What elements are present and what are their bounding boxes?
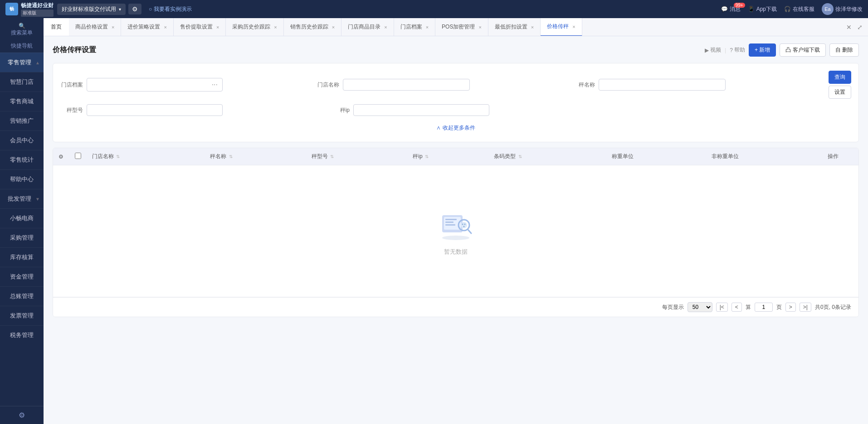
empty-cell: 暂无数据 [53,165,858,297]
scale-name-label: 秤名称 [572,81,595,89]
th-store-name: 门店名称 ⇅ [87,148,205,165]
topbar-settings-button[interactable]: ⚙ [128,4,141,14]
sidebar-item-xiaochang[interactable]: 小畅电商 [0,208,44,228]
tab-sale-price[interactable]: 售价提取设置 × [174,18,226,36]
collapse-button[interactable]: ∧ 收起更多条件 [60,121,851,135]
tab-pos-manage[interactable]: POS加密管理 × [435,18,488,36]
pagination-bar: 每页显示 50 10 20 100 |< < 算 页 > >| [53,297,858,317]
sidebar-bottom: ⚙ [0,406,44,424]
next-page-button[interactable]: > [785,303,796,312]
user-menu[interactable]: Ea 徐泽华修改 [822,3,863,15]
sidebar-settings-button[interactable]: ⚙ [19,411,25,419]
close-window-button[interactable]: ✕ [844,23,853,32]
demo-link[interactable]: ○ 我要看实例演示 [149,5,192,13]
tab-controls: ✕ ⤢ [841,23,868,32]
tab-min-discount[interactable]: 最低折扣设置 × [488,18,541,36]
setting-label: 设置 [834,88,845,96]
logo-icon: 畅 [5,3,18,15]
message-icon: 💬 [721,6,728,12]
message-button[interactable]: 💬 消息 99+ [721,5,741,13]
sidebar-item-label: 小畅电商 [4,214,40,222]
scale-name-input[interactable] [599,79,726,91]
sidebar-item-finance[interactable]: 资金管理 [0,267,44,286]
download-button[interactable]: 凸 客户端下载 [780,43,825,57]
per-page-select[interactable]: 50 10 20 100 [688,302,712,312]
tab-product-price[interactable]: 商品价格设置 × [69,18,121,36]
app-download-button[interactable]: 📱 App下载 [748,5,777,13]
page-header: 价格传秤设置 ▶ 视频 | ? 帮助 + 新增 [53,43,859,57]
store-file-select[interactable]: ··· [87,78,223,92]
setting-button[interactable]: 设置 [829,86,851,99]
close-icon[interactable]: × [112,24,114,30]
scale-ip-label: 秤ip [327,106,350,114]
th-gear[interactable]: ⚙ [53,148,69,165]
sidebar-item-smart-store[interactable]: 智慧门店 [0,72,44,92]
sidebar-item-member[interactable]: 会员中心 [0,130,44,150]
sort-icon: ⇅ [229,154,233,159]
tab-purchase-strategy[interactable]: 进价策略设置 × [121,18,173,36]
sidebar-search[interactable]: 🔍 搜索菜单 [0,18,44,39]
close-icon[interactable]: × [426,24,429,30]
select-all-checkbox[interactable] [75,153,81,159]
table-area: ⚙ 门店名称 ⇅ [53,148,859,317]
query-button[interactable]: 查询 [829,71,851,84]
tab-purchase-history[interactable]: 采购历史价跟踪 × [226,18,283,36]
sidebar-item-label: 总账管理 [4,292,40,300]
sidebar-item-general-ledger[interactable]: 总账管理 [0,286,44,306]
app-download-label: App下载 [756,5,777,13]
sidebar-item-retail[interactable]: 零售管理 ▲ [0,53,44,72]
version-selector[interactable]: 好业财标准版交付试用 ▾ [57,4,126,15]
sidebar-item-invoice[interactable]: 发票管理 [0,306,44,325]
online-service-button[interactable]: 🎧 在线客服 [784,5,814,13]
sidebar-item-marketing[interactable]: 营销推广 [0,111,44,130]
video-link[interactable]: ▶ 视频 [705,46,721,54]
close-icon[interactable]: × [384,24,387,30]
last-page-button[interactable]: >| [800,303,811,312]
sidebar-item-label: 库存核算 [4,253,40,261]
sidebar-item-retail-stats[interactable]: 零售统计 [0,150,44,169]
tab-price-transfer[interactable]: 价格传秤 × [541,18,582,36]
sidebar-item-help[interactable]: 帮助中心 [0,169,44,189]
close-icon[interactable]: × [572,24,575,29]
sidebar-item-tax[interactable]: 税务管理 [0,325,44,345]
svg-point-11 [463,226,465,227]
tab-store-file[interactable]: 门店档案 × [394,18,435,36]
first-page-button[interactable]: |< [716,303,728,312]
tab-store-catalog[interactable]: 门店商品目录 × [341,18,394,36]
more-icon[interactable]: ··· [212,81,218,89]
svg-rect-4 [445,222,454,223]
scale-ip-input[interactable] [353,104,489,116]
sidebar-item-retail-mall[interactable]: 零售商城 [0,92,44,111]
add-button[interactable]: + 新增 [749,43,776,57]
close-icon[interactable]: × [478,24,481,30]
close-icon[interactable]: × [531,24,534,30]
tab-home[interactable]: 首页 [44,18,69,36]
sidebar-item-wholesale[interactable]: 批发管理 ▼ [0,189,44,208]
page-number-input[interactable] [755,303,773,312]
th-weight-unit: 称重单位 [606,148,706,165]
svg-point-0 [442,236,469,240]
tab-sale-history[interactable]: 销售历史价跟踪 × [284,18,341,36]
close-icon[interactable]: × [216,24,219,30]
page-suffix-label: 页 [776,304,782,311]
maximize-button[interactable]: ⤢ [855,23,864,32]
delete-button[interactable]: 自 删除 [829,43,859,57]
gear-icon: ⚙ [59,154,63,160]
user-initials: Ea [824,6,830,12]
sidebar-item-purchase[interactable]: 采购管理 [0,228,44,247]
scale-model-input[interactable] [87,104,223,116]
close-icon[interactable]: × [332,24,335,30]
close-icon[interactable]: × [164,24,166,30]
prev-page-button[interactable]: < [731,303,742,312]
sidebar-quick-nav[interactable]: 快捷导航 [0,39,44,53]
empty-illustration [433,206,478,242]
th-operation: 操作 [822,148,858,165]
close-icon[interactable]: × [274,24,277,30]
top-right-actions: 💬 消息 99+ 📱 App下载 🎧 在线客服 Ea 徐泽华修改 [721,3,863,15]
help-icon: ? [730,47,733,53]
main-area: 🔍 搜索菜单 快捷导航 零售管理 ▲ 智慧门店 零售商城 营销推广 会员中心 [0,18,868,424]
table-container: ⚙ 门店名称 ⇅ [53,148,858,297]
help-link[interactable]: ? 帮助 [730,46,745,54]
sidebar-item-inventory[interactable]: 库存核算 [0,247,44,267]
store-name-input[interactable] [343,79,470,91]
